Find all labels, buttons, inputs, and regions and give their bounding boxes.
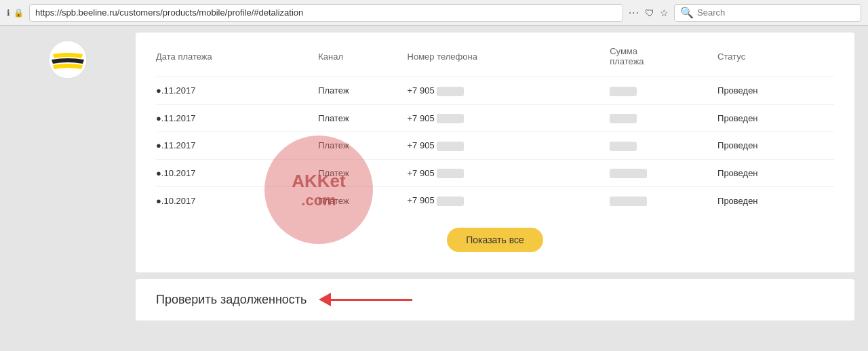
col-header-status: Статус xyxy=(717,46,834,77)
cell-phone: +7 905 xyxy=(408,104,610,132)
show-all-button[interactable]: Показать все xyxy=(447,228,542,252)
cell-date: ●.11.2017 xyxy=(156,132,318,160)
search-box[interactable]: 🔍 xyxy=(674,4,861,22)
cell-status: Проведен xyxy=(717,104,834,132)
payments-table: Дата платежа Канал Номер телефона Суммап… xyxy=(156,46,834,214)
search-icon: 🔍 xyxy=(680,6,694,19)
table-row: ●.11.2017 Платеж +7 905 Проведен xyxy=(156,77,834,105)
browser-chrome: ℹ 🔒 https://spb.beeline.ru/customers/pro… xyxy=(0,0,868,26)
star-icon: ☆ xyxy=(660,7,669,18)
cell-sum xyxy=(610,132,717,160)
col-header-phone: Номер телефона xyxy=(408,46,610,77)
main-content: Дата платежа Канал Номер телефона Суммап… xyxy=(136,26,868,351)
cell-channel: Платеж xyxy=(318,187,407,214)
arrow-container xyxy=(320,293,412,306)
cell-sum xyxy=(610,159,717,187)
browser-menu-button[interactable]: ··· xyxy=(629,7,639,19)
info-icon: ℹ xyxy=(7,8,10,18)
arrow-head-icon xyxy=(319,293,331,306)
browser-security-icons: ℹ 🔒 xyxy=(7,8,24,18)
table-row: ●.10.2017 Платеж +7 905 Проведен xyxy=(156,187,834,214)
cell-sum xyxy=(610,104,717,132)
cell-phone: +7 905 xyxy=(408,132,610,160)
shield-icon: 🛡 xyxy=(645,7,654,18)
cell-phone: +7 905 xyxy=(408,159,610,187)
cell-date: ●.11.2017 xyxy=(156,77,318,105)
show-all-row: Показать все xyxy=(156,214,834,259)
beeline-logo xyxy=(47,39,88,80)
cell-channel: Платеж xyxy=(318,104,407,132)
cell-phone: +7 905 xyxy=(408,187,610,214)
cell-status: Проведен xyxy=(717,187,834,214)
lock-icon: 🔒 xyxy=(14,8,24,18)
cell-channel: Платеж xyxy=(318,77,407,105)
cell-channel: Платеж xyxy=(318,132,407,160)
cell-date: ●.11.2017 xyxy=(156,104,318,132)
cell-status: Проведен xyxy=(717,77,834,105)
col-header-sum: Суммаплатежа xyxy=(610,46,717,77)
arrow-line xyxy=(331,299,412,301)
cell-sum xyxy=(610,77,717,105)
cell-status: Проведен xyxy=(717,132,834,160)
cell-phone: +7 905 xyxy=(408,77,610,105)
cell-sum xyxy=(610,187,717,214)
address-bar[interactable]: https://spb.beeline.ru/customers/product… xyxy=(29,4,623,22)
table-row: ●.11.2017 Платеж +7 905 Проведен xyxy=(156,132,834,160)
cell-date: ●.10.2017 xyxy=(156,187,318,214)
cell-date: ●.10.2017 xyxy=(156,159,318,187)
url-text: https://spb.beeline.ru/customers/product… xyxy=(35,7,617,18)
cell-channel: Платеж xyxy=(318,159,407,187)
browser-action-icons: 🛡 ☆ xyxy=(645,7,669,18)
check-debt-label: Проверить задолженность xyxy=(156,293,307,307)
payments-table-card: Дата платежа Канал Номер телефона Суммап… xyxy=(136,33,854,272)
sidebar xyxy=(0,26,136,351)
table-row: ●.11.2017 Платеж +7 905 Проведен xyxy=(156,104,834,132)
col-header-channel: Канал xyxy=(318,46,407,77)
page-content: Дата платежа Канал Номер телефона Суммап… xyxy=(0,26,868,351)
search-input[interactable] xyxy=(697,7,855,18)
cell-status: Проведен xyxy=(717,159,834,187)
check-debt-card[interactable]: Проверить задолженность xyxy=(136,279,854,321)
table-row: ●.10.2017 Платеж +7 905 Проведен xyxy=(156,159,834,187)
col-header-date: Дата платежа xyxy=(156,46,318,77)
